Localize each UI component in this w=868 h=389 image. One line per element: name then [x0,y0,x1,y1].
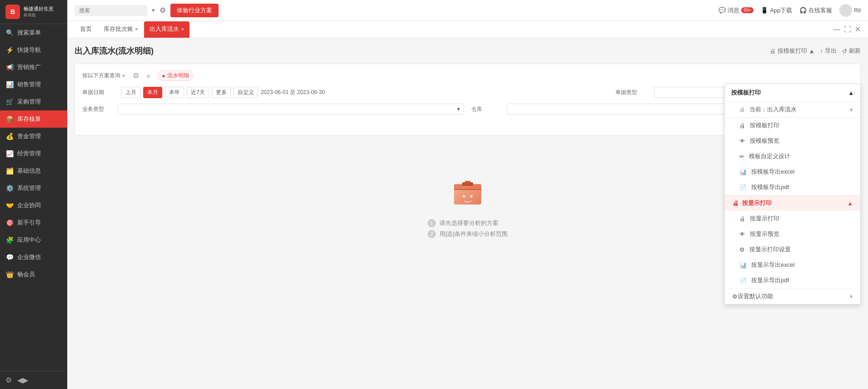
message-badge: 99+ [741,7,753,13]
dropdown-collapse-arrow[interactable]: ▲ [848,90,854,96]
dropdown-arrow-icon[interactable]: ▾ [152,7,155,14]
export-button[interactable]: ↑ 导出 [820,47,837,55]
sidebar-item-operations[interactable]: 📈 经营管理 [0,145,67,162]
dropdown-current-item[interactable]: 🖨 当前：出入库流水 ▾ [725,102,860,117]
step-1-number: 1 [428,219,436,227]
dropdown-display-print[interactable]: 🖨 按显示打印 [725,211,860,226]
sidebar-item-quick-nav[interactable]: ⚡ 快捷导航 [0,41,67,59]
download-icon: 📱 [761,7,768,14]
dropdown-display-excel[interactable]: 📊 按显示导出excel [725,257,860,273]
tab-minimize-button[interactable]: — [833,25,840,34]
app-download-button[interactable]: 📱 App下载 [761,6,792,15]
date-btn-custom[interactable]: 自定义 [234,87,258,98]
refresh-button[interactable]: ↺ 刷新 [842,47,861,55]
step-1-text: 请先选择要分析的方案 [439,219,499,227]
app-name: 畅捷通好生意 [24,5,54,12]
tab-inventory-flow-label: 出入库流水 [150,25,179,33]
tab-batch-account-close[interactable]: × [135,26,138,32]
settings-icon[interactable]: ⚙ [5,376,12,384]
finance-icon: 💰 [5,133,14,140]
sidebar-item-label: 新手引导 [17,219,41,227]
sidebar-item-inventory[interactable]: 📦 库存核算 [0,110,67,128]
print-template-button[interactable]: 🖨 按模板打印 ▲ [770,47,815,55]
guide-icon: 🎯 [5,219,14,226]
operations-icon: 📈 [5,150,14,157]
sidebar-item-label: 资金管理 [17,132,41,140]
date-btn-more[interactable]: 更多 [212,87,231,98]
step-2-number: 2 [428,230,436,238]
dropdown-template-pdf[interactable]: 📄 按模板导出pdf [725,180,860,195]
sidebar-item-sales[interactable]: 📊 销售管理 [0,76,67,93]
sidebar-item-label: 快捷导航 [17,46,41,54]
message-icon: 💬 [718,7,726,14]
svg-rect-3 [465,181,470,183]
sidebar-item-basic-info[interactable]: 🗂️ 基础信息 [0,162,67,180]
date-btn-this-month[interactable]: 本月 [143,87,162,98]
sidebar-item-finance[interactable]: 💰 资金管理 [0,128,67,145]
user-avatar-area[interactable]: Rit [839,4,861,17]
sidebar-item-label: 销售管理 [17,80,41,89]
sidebar-item-wechat[interactable]: 💬 企业微信 [0,249,67,266]
dropdown-title: 按模板打印 [731,89,761,97]
dropdown-footer[interactable]: ⚙ 设置默认功能 ▾ [725,288,860,304]
message-button[interactable]: 💬 消息 99+ [718,6,753,15]
dropdown-template-excel[interactable]: 📊 按模板导出excel [725,164,860,180]
sidebar-item-collab[interactable]: 🤝 企业协同 [0,197,67,214]
system-icon: ⚙️ [5,185,14,192]
gear-icon[interactable]: ⚙ [160,6,166,15]
online-service-button[interactable]: 🎧 在线客服 [799,6,832,15]
tabbar: 首页 库存批次账 × 出入库流水 × — ⛶ ✕ [67,21,868,38]
sidebar-item-label: 基础信息 [17,167,41,175]
sidebar-item-marketing[interactable]: 📢 营销推广 [0,59,67,76]
industry-solution-button[interactable]: 体验行业方案 [170,4,219,17]
sidebar-item-label: 畅会员 [17,270,35,279]
tab-close-all-button[interactable]: ✕ [855,25,861,34]
main-area: ▾ ⚙ 体验行业方案 💬 消息 99+ 📱 App下载 🎧 在线客服 Rit [67,0,868,389]
sidebar-item-guide[interactable]: 🎯 新手引导 [0,214,67,231]
search-input[interactable] [75,5,147,16]
app-logo: B 畅捷通好生意 标准版 [0,0,67,24]
filter-config-button[interactable]: ⚙ [133,71,139,80]
sidebar-item-label: 采购管理 [17,98,41,106]
biz-type-select[interactable]: ▾ [118,104,464,115]
dropdown-current-label: 当前：出入库流水 [749,105,797,114]
sidebar-item-purchase[interactable]: 🛒 采购管理 [0,93,67,110]
app-center-icon: 🧩 [5,236,14,244]
display-pdf-icon: 📄 [739,277,747,284]
dropdown-template-design[interactable]: ✏ 模板自定义设计 [725,149,860,164]
filter-collapse-button[interactable]: « [146,72,150,80]
topbar: ▾ ⚙ 体验行业方案 💬 消息 99+ 📱 App下载 🎧 在线客服 Rit [67,0,868,21]
tab-batch-account[interactable]: 库存批次账 × [98,21,143,38]
filter-col-biz: 业务类型 ▾ [82,104,464,115]
date-btn-last-month[interactable]: 上月 [121,87,140,98]
dropdown-display-pdf[interactable]: 📄 按显示导出pdf [725,273,860,288]
dropdown-template-print[interactable]: 🖨 按模板打印 [725,118,860,133]
date-btn-this-year[interactable]: 本年 [165,87,184,98]
collapse-icon[interactable]: ◀▶ [17,376,28,384]
filter-tag-flow[interactable]: ● 流水明细 [158,70,193,81]
sidebar-item-search[interactable]: 🔍 搜索菜单 [0,24,67,41]
sidebar-item-app-center[interactable]: 🧩 应用中心 [0,231,67,249]
basic-info-icon: 🗂️ [5,167,14,175]
dropdown-display-settings[interactable]: ⚙ 按显示打印设置 [725,242,860,257]
dropdown-template-preview[interactable]: 👁 按模板预览 [725,133,860,149]
sidebar-item-member[interactable]: 👑 畅会员 [0,266,67,283]
tab-inventory-flow[interactable]: 出入库流水 × [144,21,189,38]
filter-date-controls: 上月 本月 本年 近7天 更多 自定义 2023-06-01 至 2023-06… [121,87,608,98]
dropdown-display-section-header[interactable]: 🖨 按显示打印 ▲ [725,195,860,211]
display-excel-icon: 📊 [739,262,747,269]
topbar-left: ▾ ⚙ 体验行业方案 [75,4,219,17]
filter-add-button[interactable]: + [121,72,125,80]
template-pdf-icon: 📄 [739,184,747,191]
logo-icon: B [5,5,20,19]
sidebar-item-system[interactable]: ⚙️ 系统管理 [0,180,67,197]
sales-icon: 📊 [5,81,14,88]
dropdown-display-preview[interactable]: 👁 按显示预览 [725,226,860,242]
svg-point-5 [463,195,465,198]
tab-home[interactable]: 首页 [75,21,97,38]
tab-fullscreen-button[interactable]: ⛶ [844,25,851,34]
dropdown-footer-arrow: ▾ [850,293,853,300]
date-btn-7days[interactable]: 近7天 [187,87,209,98]
content-area: 出入库流水(流水明细) 🖨 按模板打印 ▲ ↑ 导出 ↺ 刷新 [67,38,868,389]
tab-inventory-flow-close[interactable]: × [181,26,184,32]
